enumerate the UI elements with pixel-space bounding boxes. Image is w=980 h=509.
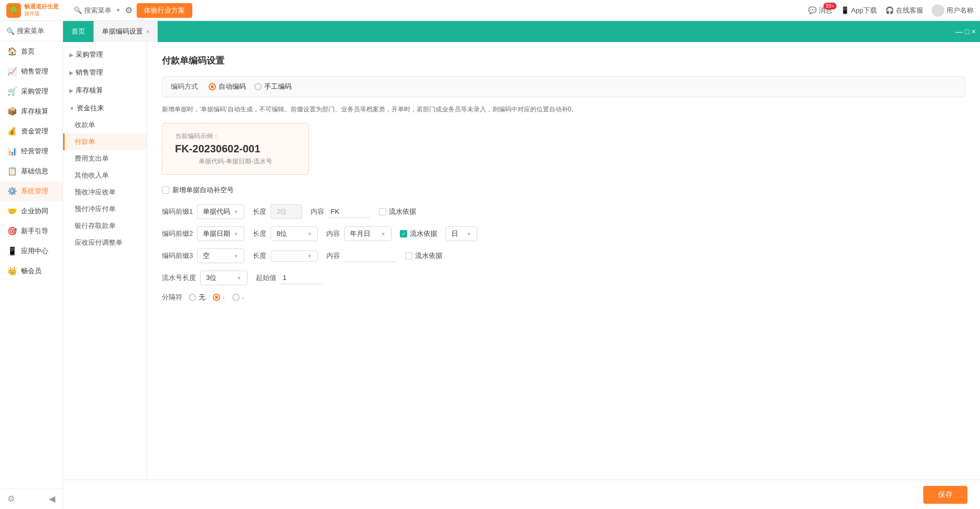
auto-fill-row: 新增单据自动补空号 xyxy=(162,185,965,195)
content-area: 首页 单据编码设置 × — □ × ▶ 采购管理 xyxy=(63,21,980,509)
length2-select[interactable]: 8位 ▼ xyxy=(271,226,318,241)
sidebar-item-operation[interactable]: 📊 经营管理 xyxy=(0,141,63,161)
manual-encode-option[interactable]: 手工编码 xyxy=(254,82,292,91)
content1-label: 内容 xyxy=(311,207,324,216)
serial2-checkbox[interactable]: ✓ 流水依据 xyxy=(400,229,437,238)
nav-item-prepay-receive[interactable]: 预收冲应收单 xyxy=(63,184,147,201)
nav-item-expense[interactable]: 费用支出单 xyxy=(63,150,147,167)
sidebar-item-finance[interactable]: 💰 资金管理 xyxy=(0,121,63,141)
prefix3-field: 编码前缀3 空 ▼ xyxy=(162,248,244,263)
prefix-row-3: 编码前缀3 空 ▼ 长度 ▼ 内容 xyxy=(162,248,965,263)
serial2-option-select[interactable]: 日 ▼ xyxy=(446,226,477,241)
maximize-icon[interactable]: □ xyxy=(965,27,969,36)
separator-dash[interactable]: · xyxy=(232,294,244,302)
serial1-checkbox[interactable]: 流水依据 xyxy=(379,207,416,216)
auto-encode-radio[interactable] xyxy=(209,83,216,90)
content2-field: 内容 年月日 ▼ xyxy=(326,226,391,241)
sidebar-item-sales[interactable]: 📈 销售管理 xyxy=(0,61,63,81)
tab-close-icon[interactable]: × xyxy=(146,28,149,35)
code-example-sub: 单据代码-单据日期-流水号 xyxy=(175,157,296,166)
info-text: 新增单据时，'单据编码'自动生成，不可编辑。前缀设置为部门、业务员等档案类，开单… xyxy=(162,105,965,115)
dropdown-arrow-icon[interactable]: ▼ xyxy=(116,7,121,13)
sidebar-item-guide[interactable]: 🎯 新手引导 xyxy=(0,221,63,241)
nav-group-finance-header[interactable]: ▼ 资金往来 xyxy=(63,100,147,117)
separator-dash-radio[interactable] xyxy=(232,294,240,301)
content1-field: 内容 xyxy=(311,205,370,218)
save-button[interactable]: 保存 xyxy=(923,486,967,504)
sidebar-search[interactable]: 🔍 搜索菜单 xyxy=(0,21,63,41)
message-button[interactable]: 💬 消息 99+ xyxy=(808,6,832,15)
content3-label: 内容 xyxy=(326,251,340,261)
separator-none[interactable]: 无 xyxy=(189,293,205,302)
tab-home[interactable]: 首页 xyxy=(63,21,94,42)
auto-fill-checkbox[interactable] xyxy=(162,186,169,194)
separator-dot-radio[interactable] xyxy=(213,294,220,301)
topbar-search[interactable]: 🔍 搜索菜单 xyxy=(74,6,111,15)
prefix1-label: 编码前缀1 xyxy=(162,207,193,216)
separator-none-radio[interactable] xyxy=(189,294,196,301)
nav-group-sales-header[interactable]: ▶ 销售管理 xyxy=(63,64,147,81)
serial1-check-box[interactable] xyxy=(379,208,386,215)
serial3-check-box[interactable] xyxy=(405,252,412,259)
logo-text-line1: 畅通道好生意 xyxy=(24,3,59,10)
separator-options: 无 · · xyxy=(189,293,244,302)
nav-group-inventory-header[interactable]: ▶ 库存核算 xyxy=(63,82,147,99)
close-tab-icon[interactable]: × xyxy=(972,27,976,36)
start-value-label: 起始值 xyxy=(256,273,276,283)
length1-label: 长度 xyxy=(253,207,266,216)
tab-settings[interactable]: 单据编码设置 × xyxy=(94,21,158,42)
topbar-middle: 🔍 搜索菜单 ▼ ⚙ 体验行业方案 xyxy=(74,3,804,18)
length3-label: 长度 xyxy=(253,251,266,261)
length3-select[interactable]: ▼ xyxy=(271,251,318,262)
sidebar-item-member[interactable]: 👑 畅会员 xyxy=(0,261,63,281)
separator-dot[interactable]: · xyxy=(213,294,225,302)
inventory-icon: 📦 xyxy=(7,107,17,116)
prefix1-select[interactable]: 单据代码 ▼ xyxy=(197,204,244,219)
nav-item-bank-deposit[interactable]: 银行存取款单 xyxy=(63,217,147,234)
serial-length-arrow-icon: ▼ xyxy=(236,275,242,281)
length3-field: 长度 ▼ xyxy=(253,251,318,262)
nav-item-receipt[interactable]: 收款单 xyxy=(63,117,147,133)
serial3-checkbox[interactable]: 流水依据 xyxy=(405,251,442,261)
sidebar-item-system[interactable]: ⚙️ 系统管理 xyxy=(0,181,63,201)
sidebar-item-home[interactable]: 🏠 首页 xyxy=(0,41,63,61)
content2-label: 内容 xyxy=(326,229,340,238)
app-download-button[interactable]: 📱 App下载 xyxy=(841,6,877,15)
tab-bar: 首页 单据编码设置 × — □ × xyxy=(63,21,980,42)
serial-length-select[interactable]: 3位 ▼ xyxy=(200,271,247,285)
nav-item-payable-adjust[interactable]: 应收应付调整单 xyxy=(63,234,147,251)
settings-icon[interactable]: ⚙ xyxy=(125,5,132,15)
sidebar-item-basic[interactable]: 📋 基础信息 xyxy=(0,161,63,181)
content2-select[interactable]: 年月日 ▼ xyxy=(344,226,391,241)
serial-length-label: 流水号长度 xyxy=(162,273,196,283)
prefix2-select[interactable]: 单据日期 ▼ xyxy=(197,226,244,241)
nav-item-other-income[interactable]: 其他收入单 xyxy=(63,167,147,184)
start-value-input[interactable] xyxy=(281,272,323,284)
manual-encode-radio[interactable] xyxy=(254,83,262,90)
nav-item-payment[interactable]: 付款单 xyxy=(63,133,147,150)
trial-button[interactable]: 体验行业方案 xyxy=(137,3,192,18)
app-icon: 📱 xyxy=(7,246,17,256)
minimize-icon[interactable]: — xyxy=(955,27,963,36)
code-example-label: 当前编码示例： xyxy=(175,132,296,141)
prefix3-select[interactable]: 空 ▼ xyxy=(197,248,244,263)
content3-input[interactable] xyxy=(344,250,397,262)
online-service-button[interactable]: 🎧 在线客服 xyxy=(885,6,923,15)
bottom-bar: 保存 xyxy=(63,480,980,509)
guide-icon: 🎯 xyxy=(7,226,17,236)
auto-encode-option[interactable]: 自动编码 xyxy=(209,82,246,91)
sidebar-item-enterprise[interactable]: 🤝 企业协同 xyxy=(0,201,63,221)
page-title: 付款单编码设置 xyxy=(162,55,965,67)
sidebar-item-inventory[interactable]: 📦 库存核算 xyxy=(0,101,63,121)
serial2-check-box[interactable]: ✓ xyxy=(400,230,407,237)
nav-item-prepay-pay[interactable]: 预付冲应付单 xyxy=(63,201,147,217)
search-icon: 🔍 xyxy=(74,6,82,14)
content2-arrow-icon: ▼ xyxy=(380,231,386,237)
sidebar-settings-icon[interactable]: ⚙ xyxy=(7,494,15,504)
sidebar-collapse-icon[interactable]: ◀ xyxy=(49,494,55,504)
sidebar-item-app[interactable]: 📱 应用中心 xyxy=(0,241,63,261)
user-profile[interactable]: 用户名称 xyxy=(932,4,974,17)
content1-input[interactable] xyxy=(328,205,370,218)
sidebar-item-purchase[interactable]: 🛒 采购管理 xyxy=(0,81,63,101)
nav-group-purchase-header[interactable]: ▶ 采购管理 xyxy=(63,46,147,63)
